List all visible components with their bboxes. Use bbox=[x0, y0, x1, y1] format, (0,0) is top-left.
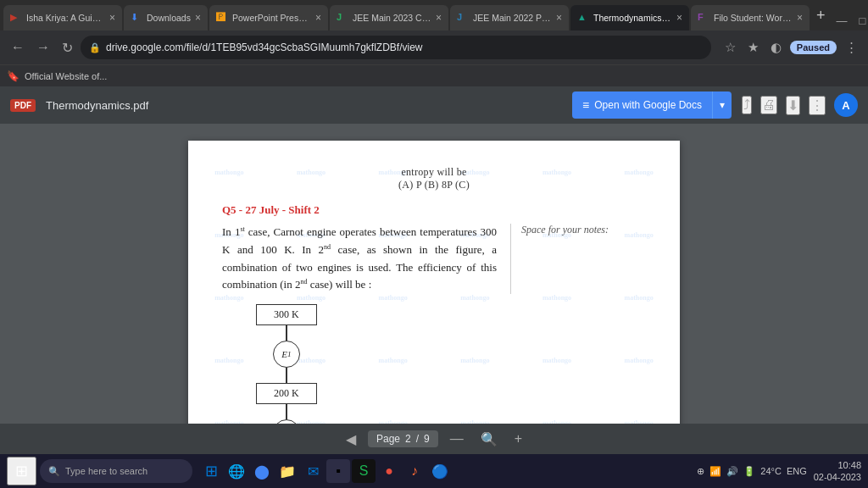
more-options-button[interactable]: ⋮ bbox=[809, 96, 826, 115]
diag-line-3 bbox=[286, 404, 287, 419]
question-text: In 1st case, Carnot engine operates betw… bbox=[222, 224, 510, 294]
taskbar-app-mail[interactable]: ✉ bbox=[301, 459, 325, 483]
tab-close[interactable]: × bbox=[797, 12, 803, 24]
tray-icon-wifi: 📶 bbox=[709, 466, 721, 477]
print-button[interactable]: 🖨 bbox=[760, 96, 777, 114]
tab-isha-kriya[interactable]: ▶ Isha Kriya: A Guided... × bbox=[3, 5, 122, 30]
tab-close[interactable]: × bbox=[195, 12, 201, 24]
tab-bar: ▶ Isha Kriya: A Guided... × ⬇ Downloads … bbox=[0, 0, 868, 30]
pdf-logo: PDF bbox=[10, 99, 36, 112]
taskbar-app-s[interactable]: S bbox=[352, 459, 376, 483]
tab-label: Filo Student: World's... bbox=[714, 13, 793, 23]
minimize-button[interactable]: — bbox=[832, 11, 851, 30]
taskbar-app-circle2[interactable]: 🔵 bbox=[428, 459, 452, 483]
bookmarks-bar: 🔖 Official Website of... bbox=[0, 64, 868, 86]
taskbar-app-db[interactable]: ▪ bbox=[326, 459, 350, 483]
tab-jee2022[interactable]: J JEE Main 2022 Physic... × bbox=[450, 5, 569, 30]
open-with-docs-button[interactable]: ≡ Open with Google Docs bbox=[572, 92, 712, 119]
question-heading: Q5 - 27 July - Shift 2 bbox=[222, 203, 646, 217]
clock-date: 02-04-2023 bbox=[814, 471, 861, 483]
page-label: Page bbox=[376, 433, 400, 445]
user-avatar[interactable]: A bbox=[834, 93, 858, 117]
weather-text: 24°C bbox=[760, 466, 782, 476]
profile-icon[interactable]: ◐ bbox=[767, 37, 785, 58]
paused-badge: Paused bbox=[790, 41, 837, 54]
tab-favicon: ▶ bbox=[10, 12, 22, 24]
tab-downloads[interactable]: ⬇ Downloads × bbox=[124, 5, 208, 30]
refresh-button[interactable]: ↻ bbox=[58, 36, 77, 59]
extension-icon[interactable]: ★ bbox=[744, 37, 762, 58]
browser-window: ▶ Isha Kriya: A Guided... × ⬇ Downloads … bbox=[0, 0, 868, 488]
tab-label: Isha Kriya: A Guided... bbox=[26, 13, 105, 23]
pdf-content: entropy will be (A) P (B) 8P (C) Q5 - 27… bbox=[222, 166, 646, 424]
page-indicator: Page 2 / 9 bbox=[368, 430, 438, 447]
question-body: In 1st case, Carnot engine operates betw… bbox=[222, 224, 646, 294]
navigation-bar: ← → ↻ 🔒 drive.google.com/file/d/1TEB95vd… bbox=[0, 30, 868, 64]
tab-close[interactable]: × bbox=[315, 12, 321, 24]
maximize-button[interactable]: □ bbox=[854, 11, 868, 30]
nav-right-icons: ☆ ★ ◐ Paused ⋮ bbox=[721, 37, 861, 58]
tab-close[interactable]: × bbox=[109, 12, 115, 24]
tab-thermodynamics[interactable]: ▲ Thermodynamics.pdf × bbox=[570, 5, 689, 30]
zoom-in-button[interactable]: + bbox=[509, 429, 527, 449]
search-button[interactable]: 🔍 bbox=[476, 429, 503, 450]
pdf-title: Thermodynamics.pdf bbox=[46, 99, 562, 112]
zoom-out-button[interactable]: — bbox=[445, 429, 469, 449]
prev-options-text: (A) P (B) 8P (C) bbox=[398, 179, 470, 191]
taskbar-app-chrome[interactable]: ⬤ bbox=[250, 459, 274, 483]
taskbar-right: ⊕ 📶 🔊 🔋 24°C ENG 10:48 02-04-2023 bbox=[697, 459, 861, 484]
tab-filo[interactable]: F Filo Student: World's... × bbox=[691, 5, 810, 30]
bookmark-star-icon[interactable]: ☆ bbox=[721, 37, 739, 58]
pdf-topbar-right: ⤴ 🖨 ⬇ ⋮ A bbox=[742, 93, 858, 117]
tab-favicon: 🅿 bbox=[216, 12, 228, 24]
taskbar: ⊞ 🔍 Type here to search ⊞ 🌐 ⬤ 📁 ✉ ▪ S ● … bbox=[0, 454, 868, 488]
taskbar-app-windows[interactable]: ⊞ bbox=[199, 459, 223, 483]
current-page: 2 bbox=[405, 433, 411, 445]
temp-box-200: 200 K bbox=[256, 383, 317, 404]
notes-label: Space for your notes: bbox=[521, 224, 609, 236]
tab-close[interactable]: × bbox=[676, 12, 682, 24]
diagram-area: 300 K E1 200 K E1 100 K bbox=[222, 304, 646, 424]
new-tab-button[interactable]: + bbox=[811, 7, 831, 25]
prev-page-button[interactable]: ◀ bbox=[341, 429, 361, 450]
diagram-row: 300 K E1 200 K E1 100 K bbox=[256, 304, 359, 424]
tab-label: Thermodynamics.pdf bbox=[593, 13, 672, 23]
diag-line-2 bbox=[286, 368, 287, 383]
pdf-body: // Populated inline below mathongomathon… bbox=[0, 124, 868, 424]
tab-favicon: F bbox=[698, 12, 709, 24]
pdf-page-container[interactable]: // Populated inline below mathongomathon… bbox=[0, 124, 868, 424]
open-docs-dropdown-button[interactable]: ▾ bbox=[712, 92, 732, 119]
tab-favicon: ⬇ bbox=[131, 12, 142, 24]
page-separator: / bbox=[416, 433, 419, 445]
engine-circle-1: E1 bbox=[273, 341, 300, 368]
download-button[interactable]: ⬇ bbox=[786, 96, 800, 115]
engine-circle-2: E1 bbox=[273, 419, 300, 424]
taskbar-app-music[interactable]: ♪ bbox=[403, 459, 426, 483]
taskbar-app-icons: ⊞ 🌐 ⬤ 📁 ✉ ▪ S ● ♪ 🔵 bbox=[199, 459, 452, 483]
more-menu-button[interactable]: ⋮ bbox=[842, 37, 861, 58]
bookmark-label[interactable]: Official Website of... bbox=[25, 71, 107, 81]
start-button[interactable]: ⊞ bbox=[7, 457, 36, 485]
engine-diagram: 300 K E1 200 K E1 100 K bbox=[256, 304, 317, 424]
back-button[interactable]: ← bbox=[7, 36, 29, 58]
tab-powerpoint[interactable]: 🅿 PowerPoint Presenta... × bbox=[209, 5, 328, 30]
forward-button[interactable]: → bbox=[32, 36, 54, 58]
taskbar-app-circle[interactable]: ● bbox=[377, 459, 401, 483]
share-button[interactable]: ⤴ bbox=[742, 96, 752, 114]
tab-close[interactable]: × bbox=[556, 12, 562, 24]
open-docs-label: Open with Google Docs bbox=[594, 99, 702, 111]
tab-jee2023[interactable]: J JEE Main 2023 Chap... × bbox=[330, 5, 448, 30]
tray-icon-vol: 🔊 bbox=[726, 466, 738, 477]
notes-area: Space for your notes: bbox=[510, 224, 646, 294]
total-pages: 9 bbox=[424, 433, 430, 445]
address-bar[interactable]: 🔒 drive.google.com/file/d/1TEB95vd34gcSc… bbox=[81, 36, 711, 59]
taskbar-search[interactable]: 🔍 Type here to search bbox=[40, 459, 192, 483]
tab-label: JEE Main 2023 Chap... bbox=[353, 13, 431, 23]
taskbar-app-explorer[interactable]: 📁 bbox=[275, 459, 299, 483]
docs-icon: ≡ bbox=[582, 98, 589, 112]
taskbar-app-edge[interactable]: 🌐 bbox=[225, 459, 248, 483]
tab-label: Downloads bbox=[147, 13, 191, 23]
prev-question-stub: entropy will be (A) P (B) 8P (C) bbox=[222, 166, 646, 191]
pdf-page: // Populated inline below mathongomathon… bbox=[188, 141, 680, 424]
tab-close[interactable]: × bbox=[436, 12, 442, 24]
